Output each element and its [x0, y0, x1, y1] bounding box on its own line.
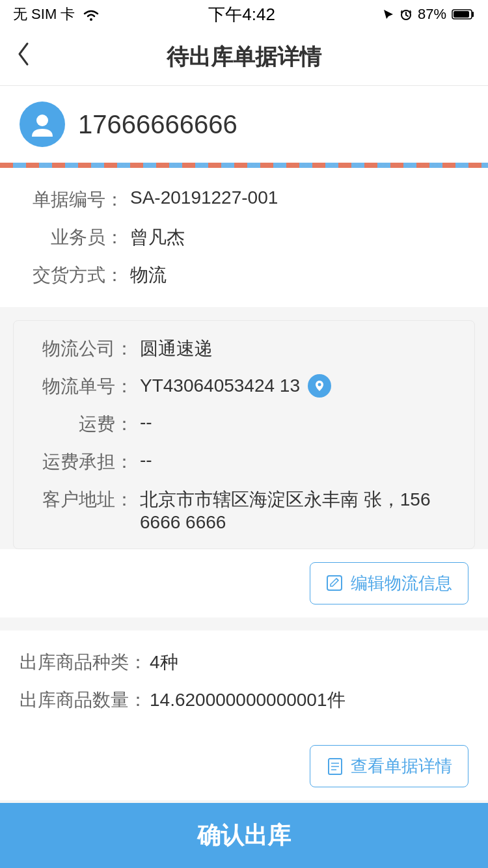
- goods-types-row: 出库商品种类： 4种: [20, 650, 468, 675]
- user-avatar-icon: [29, 111, 56, 138]
- dashed-divider: [0, 163, 488, 168]
- delivery-method-value: 物流: [124, 263, 468, 288]
- sales-person-label: 业务员：: [20, 225, 124, 250]
- svg-point-0: [90, 18, 92, 21]
- status-bar: 无 SIM 卡 下午4:42 87%: [0, 0, 488, 29]
- user-phone: 17666666666: [78, 110, 237, 139]
- battery-icon: [452, 8, 475, 20]
- freight-row: 运费： --: [29, 412, 459, 437]
- edit-logistics-button[interactable]: 编辑物流信息: [310, 562, 468, 604]
- freight-bearer-label: 运费承担：: [29, 450, 133, 474]
- back-button[interactable]: [16, 41, 31, 73]
- svg-rect-6: [454, 11, 469, 18]
- edit-icon: [326, 575, 344, 593]
- alarm-icon: [400, 8, 413, 21]
- svg-point-8: [318, 383, 321, 387]
- user-avatar: [20, 102, 65, 147]
- edit-logistics-container: 编辑物流信息: [0, 549, 488, 617]
- tracking-location-icon[interactable]: [308, 374, 331, 398]
- address-label: 客户地址：: [29, 487, 133, 512]
- edit-logistics-label: 编辑物流信息: [351, 572, 452, 595]
- location-arrow-icon: [383, 8, 394, 20]
- logistics-company-label: 物流公司：: [29, 336, 133, 361]
- view-detail-button[interactable]: 查看单据详情: [310, 745, 468, 787]
- status-right: 87%: [383, 6, 475, 23]
- goods-quantity-row: 出库商品数量： 14.620000000000001件: [20, 688, 468, 712]
- address-row: 客户地址： 北京市市辖区海淀区永丰南 张，156 6666 6666: [29, 487, 459, 533]
- confirm-button-label: 确认出库: [197, 820, 291, 852]
- sales-person-value: 曾凡杰: [124, 225, 468, 250]
- goods-section: 出库商品种类： 4种 出库商品数量： 14.620000000000001件: [0, 631, 488, 732]
- goods-types-value: 4种: [150, 650, 468, 675]
- tracking-row: 物流单号： YT43064053424 13: [29, 374, 459, 399]
- logistics-section: 物流公司： 圆通速递 物流单号： YT43064053424 13 运费： --…: [13, 320, 475, 549]
- carrier-text: 无 SIM 卡: [13, 5, 75, 24]
- nav-bar: 待出库单据详情: [0, 29, 488, 86]
- logistics-company-value: 圆通速递: [133, 336, 459, 361]
- goods-quantity-value: 14.620000000000001件: [150, 688, 468, 712]
- freight-bearer-row: 运费承担： --: [29, 450, 459, 474]
- document-number-label: 单据编号：: [20, 187, 124, 212]
- view-detail-container: 查看单据详情: [0, 732, 488, 800]
- goods-types-label: 出库商品种类：: [20, 650, 150, 675]
- freight-value: --: [133, 412, 459, 433]
- section-separator: [0, 617, 488, 631]
- confirm-button[interactable]: 确认出库: [0, 803, 488, 868]
- goods-quantity-label: 出库商品数量：: [20, 688, 150, 712]
- status-time: 下午4:42: [208, 3, 275, 26]
- wifi-icon: [81, 7, 101, 21]
- basic-info-section: 单据编号： SA-20191227-001 业务员： 曾凡杰 交货方式： 物流: [0, 168, 488, 307]
- document-icon: [326, 757, 344, 776]
- svg-line-3: [406, 15, 408, 16]
- user-section: 17666666666: [0, 86, 488, 163]
- tracking-value: YT43064053424 13: [133, 374, 459, 398]
- svg-rect-5: [472, 12, 474, 17]
- content: 17666666666 单据编号： SA-20191227-001 业务员： 曾…: [0, 86, 488, 868]
- status-left: 无 SIM 卡: [13, 5, 101, 24]
- freight-label: 运费：: [29, 412, 133, 437]
- document-number-value: SA-20191227-001: [124, 187, 468, 208]
- tracking-label: 物流单号：: [29, 374, 133, 399]
- delivery-method-row: 交货方式： 物流: [20, 263, 468, 288]
- address-value: 北京市市辖区海淀区永丰南 张，156 6666 6666: [133, 487, 459, 533]
- sales-person-row: 业务员： 曾凡杰: [20, 225, 468, 250]
- freight-bearer-value: --: [133, 450, 459, 470]
- battery-percent: 87%: [418, 6, 446, 23]
- svg-rect-9: [327, 576, 342, 590]
- view-detail-label: 查看单据详情: [351, 755, 452, 778]
- delivery-method-label: 交货方式：: [20, 263, 124, 288]
- svg-point-7: [36, 115, 48, 126]
- document-number-row: 单据编号： SA-20191227-001: [20, 187, 468, 212]
- logistics-company-row: 物流公司： 圆通速递: [29, 336, 459, 361]
- page-title: 待出库单据详情: [167, 42, 321, 72]
